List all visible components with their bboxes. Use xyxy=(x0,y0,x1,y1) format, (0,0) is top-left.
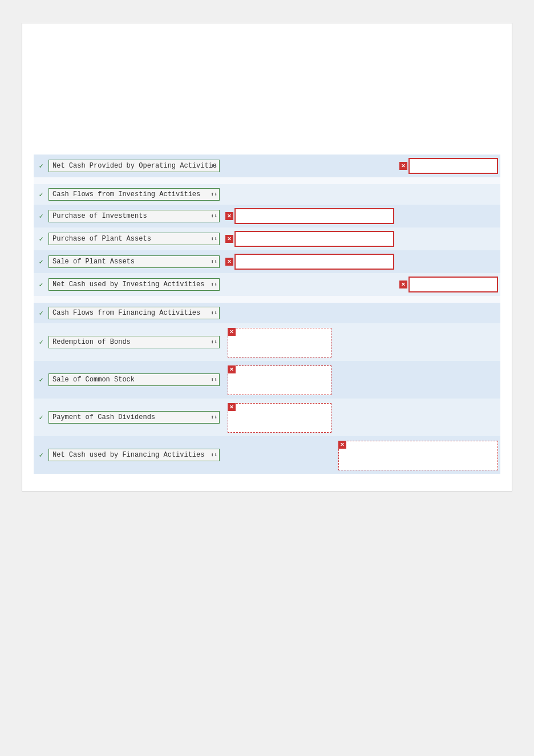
row-purchase-plant: ✓ Purchase of Plant Assets ⬆⬇ ✕ xyxy=(34,227,500,250)
input-purchase-plant[interactable] xyxy=(234,231,394,247)
input-investing-net[interactable] xyxy=(408,277,498,292)
select-investing-net[interactable]: Net Cash used by Investing Activities xyxy=(48,278,220,291)
checkbox-sale-plant[interactable]: ✓ xyxy=(36,258,46,266)
checkbox-financing-net[interactable]: ✓ xyxy=(36,451,46,460)
select-purchase-plant[interactable]: Purchase of Plant Assets xyxy=(48,233,220,245)
input-operating-net[interactable] xyxy=(408,158,498,174)
row-sale-plant: ✓ Sale of Plant Assets ⬆⬇ ✕ xyxy=(34,250,500,273)
input-area-sale-plant: ✕ xyxy=(225,254,498,270)
select-sale-plant[interactable]: Sale of Plant Assets xyxy=(48,255,220,268)
select-wrapper-redemption-bonds: Redemption of Bonds ⬆⬇ xyxy=(48,336,220,348)
input-area-redemption-bonds: ✕ xyxy=(225,327,498,357)
select-wrapper-purchase-investments: Purchase of Investments ⬆⬇ xyxy=(48,210,220,222)
input-area-financing-net: ✕ xyxy=(225,440,498,470)
select-wrapper-sale-plant: Sale of Plant Assets ⬆⬇ xyxy=(48,255,220,268)
input-purchase-investments[interactable] xyxy=(234,208,394,224)
select-financing-header[interactable]: Cash Flows from Financing Activities xyxy=(48,307,220,319)
input-area-purchase-investments: ✕ xyxy=(225,208,498,224)
x-button-operating-net[interactable]: ✕ xyxy=(399,162,407,170)
row-redemption-bonds: ✓ Redemption of Bonds ⬆⬇ ✕ xyxy=(34,323,500,361)
checkbox-redemption-bonds[interactable]: ✓ xyxy=(36,338,46,347)
select-wrapper-investing-header: Cash Flows from Investing Activities ⬆⬇ xyxy=(48,188,220,201)
right-input-wrapper-investing-net: ✕ xyxy=(399,277,498,292)
input-with-x-financing-net: ✕ xyxy=(338,441,498,470)
select-investing-header[interactable]: Cash Flows from Investing Activities xyxy=(48,188,220,201)
x-button-purchase-investments[interactable]: ✕ xyxy=(225,212,233,220)
select-payment-dividends[interactable]: Payment of Cash Dividends xyxy=(48,411,220,424)
input-area-investing-net: ✕ xyxy=(225,277,498,292)
x-button-sale-common-stock[interactable]: ✕ xyxy=(228,365,236,373)
x-button-financing-net[interactable]: ✕ xyxy=(338,441,346,449)
row-payment-dividends: ✓ Payment of Cash Dividends ⬆⬇ ✕ xyxy=(34,399,500,436)
row-sale-common-stock: ✓ Sale of Common Stock ⬆⬇ ✕ xyxy=(34,361,500,399)
checkbox-investing-net[interactable]: ✓ xyxy=(36,281,46,289)
checkbox-operating-net[interactable]: ✓ xyxy=(36,162,46,170)
textarea-redemption-bonds[interactable] xyxy=(228,328,331,357)
checkbox-purchase-plant[interactable]: ✓ xyxy=(36,235,46,243)
select-purchase-investments[interactable]: Purchase of Investments xyxy=(48,210,220,222)
checkbox-financing-header[interactable]: ✓ xyxy=(36,309,46,318)
input-with-x-payment-dividends: ✕ xyxy=(228,403,331,433)
x-button-sale-plant[interactable]: ✕ xyxy=(225,258,233,266)
select-wrapper-financing-header: Cash Flows from Financing Activities ⬆⬇ xyxy=(48,307,220,319)
textarea-financing-net[interactable] xyxy=(338,441,498,470)
input-area-operating-net: ✕ xyxy=(225,158,498,174)
select-wrapper-investing-net: Net Cash used by Investing Activities ⬆⬇ xyxy=(48,278,220,291)
spacer-1 xyxy=(34,177,500,184)
x-button-purchase-plant[interactable]: ✕ xyxy=(225,235,233,243)
checkbox-purchase-investments[interactable]: ✓ xyxy=(36,212,46,221)
spacer-2 xyxy=(34,296,500,303)
select-wrapper-payment-dividends: Payment of Cash Dividends ⬆⬇ xyxy=(48,411,220,424)
x-button-investing-net[interactable]: ✕ xyxy=(399,281,407,288)
row-financing-header: ✓ Cash Flows from Financing Activities ⬆… xyxy=(34,303,500,323)
input-sale-plant[interactable] xyxy=(234,254,394,270)
x-button-redemption-bonds[interactable]: ✕ xyxy=(228,328,236,336)
row-investing-net: ✓ Net Cash used by Investing Activities … xyxy=(34,273,500,296)
select-redemption-bonds[interactable]: Redemption of Bonds xyxy=(48,336,220,348)
select-financing-net[interactable]: Net Cash used by Financing Activities xyxy=(48,449,220,461)
select-wrapper-financing-net: Net Cash used by Financing Activities ⬆⬇ xyxy=(48,449,220,461)
select-wrapper-purchase-plant: Purchase of Plant Assets ⬆⬇ xyxy=(48,233,220,245)
select-wrapper-operating-net: Net Cash Provided by Operating Activitie… xyxy=(48,160,220,172)
row-purchase-investments: ✓ Purchase of Investments ⬆⬇ ✕ xyxy=(34,205,500,227)
main-container: ✓ Net Cash Provided by Operating Activit… xyxy=(22,23,512,491)
row-operating-net: ✓ Net Cash Provided by Operating Activit… xyxy=(34,155,500,177)
select-sale-common-stock[interactable]: Sale of Common Stock xyxy=(48,373,220,386)
textarea-payment-dividends[interactable] xyxy=(228,403,331,433)
select-wrapper-sale-common-stock: Sale of Common Stock ⬆⬇ xyxy=(48,373,220,386)
input-with-x-redemption-bonds: ✕ xyxy=(228,328,331,357)
input-with-x-sale-common-stock: ✕ xyxy=(228,365,331,395)
row-investing-header: ✓ Cash Flows from Investing Activities ⬆… xyxy=(34,184,500,205)
right-input-wrapper-operating-net: ✕ xyxy=(399,158,498,174)
row-financing-net: ✓ Net Cash used by Financing Activities … xyxy=(34,436,500,474)
textarea-sale-common-stock[interactable] xyxy=(228,365,331,395)
checkbox-sale-common-stock[interactable]: ✓ xyxy=(36,376,46,384)
input-area-purchase-plant: ✕ xyxy=(225,231,498,247)
select-operating-net[interactable]: Net Cash Provided by Operating Activitie… xyxy=(48,160,220,172)
checkbox-payment-dividends[interactable]: ✓ xyxy=(36,413,46,422)
input-area-sale-common-stock: ✕ xyxy=(225,364,498,395)
input-area-payment-dividends: ✕ xyxy=(225,402,498,433)
x-button-payment-dividends[interactable]: ✕ xyxy=(228,403,236,411)
checkbox-investing-header[interactable]: ✓ xyxy=(36,190,46,199)
